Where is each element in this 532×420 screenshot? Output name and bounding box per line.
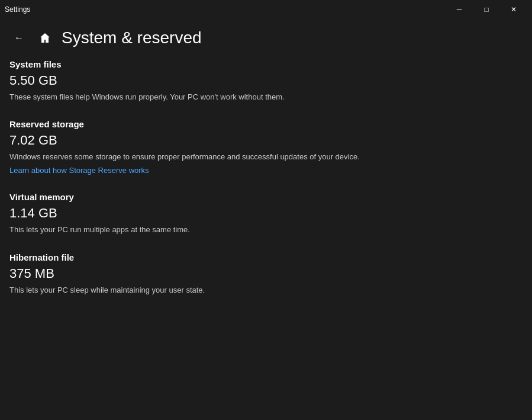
section-reserved-storage: Reserved storage 7.02 GB Windows reserve…: [9, 119, 523, 175]
page-header: ← System & reserved: [0, 19, 532, 59]
title-bar-title: Settings: [5, 5, 30, 14]
title-bar: Settings ─ □ ✕: [0, 0, 532, 19]
content-area: System files 5.50 GB These system files …: [0, 59, 532, 296]
reserved-storage-title: Reserved storage: [9, 119, 523, 129]
reserved-storage-desc: Windows reserves some storage to ensure …: [9, 152, 394, 162]
page-title: System & reserved: [62, 28, 202, 47]
close-button[interactable]: ✕: [500, 0, 527, 19]
section-virtual-memory: Virtual memory 1.14 GB This lets your PC…: [9, 192, 523, 235]
virtual-memory-size: 1.14 GB: [9, 206, 523, 221]
storage-reserve-link[interactable]: Learn about how Storage Reserve works: [9, 166, 149, 175]
system-files-desc: These system files help Windows run prop…: [9, 92, 394, 102]
hibernation-file-size: 375 MB: [9, 266, 523, 281]
minimize-button[interactable]: ─: [446, 0, 473, 19]
section-system-files: System files 5.50 GB These system files …: [9, 59, 523, 102]
reserved-storage-size: 7.02 GB: [9, 133, 523, 148]
maximize-button[interactable]: □: [473, 0, 500, 19]
title-bar-left: Settings: [5, 5, 30, 14]
virtual-memory-title: Virtual memory: [9, 192, 523, 202]
home-icon: [38, 31, 52, 45]
hibernation-file-title: Hibernation file: [9, 252, 523, 262]
section-hibernation-file: Hibernation file 375 MB This lets your P…: [9, 252, 523, 296]
back-button[interactable]: ←: [9, 28, 28, 47]
title-bar-controls: ─ □ ✕: [446, 0, 527, 19]
virtual-memory-desc: This lets your PC run multiple apps at t…: [9, 225, 394, 235]
system-files-title: System files: [9, 59, 523, 69]
system-files-size: 5.50 GB: [9, 73, 523, 88]
hibernation-file-desc: This lets your PC sleep while maintainin…: [9, 285, 394, 296]
